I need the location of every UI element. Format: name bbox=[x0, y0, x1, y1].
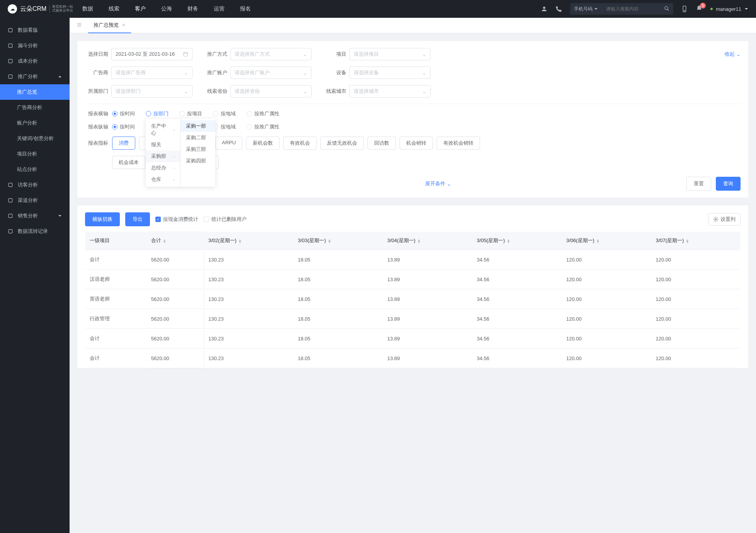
tab-promo-overview[interactable]: 推广总预览 ✕ bbox=[88, 18, 131, 33]
menu-toggle[interactable] bbox=[73, 22, 85, 29]
nav-item[interactable]: 线索 bbox=[109, 5, 119, 12]
checkbox-icon bbox=[155, 217, 161, 222]
account-select[interactable]: 请选择推广账户 ⌄ bbox=[230, 67, 312, 79]
cascader-item[interactable]: 仓库› bbox=[146, 174, 180, 185]
user-icon[interactable] bbox=[541, 5, 548, 12]
search-type-select[interactable]: 手机号码 bbox=[570, 6, 602, 12]
column-header[interactable]: 3/06(星期一)▲▼ bbox=[562, 232, 651, 250]
sidebar-sub-item[interactable]: 广告商分析 bbox=[0, 100, 70, 115]
main-content: 推广总预览 ✕ 选择日期 2021-03-02 至 2021-03-16 bbox=[70, 18, 756, 533]
column-header[interactable]: 一级项目 bbox=[85, 232, 146, 250]
city-select[interactable]: 请选择城市 ⌄ bbox=[349, 85, 431, 97]
export-button[interactable]: 导出 bbox=[125, 212, 150, 226]
column-header[interactable]: 合计▲▼ bbox=[146, 232, 204, 250]
metric-tag[interactable]: 有效机会销转 bbox=[437, 137, 480, 150]
table-cell: 120.00 bbox=[651, 309, 741, 329]
cascader-item[interactable]: 采购二部 bbox=[180, 132, 215, 144]
menu-item-icon bbox=[8, 74, 13, 79]
table-cell: 130.23 bbox=[204, 270, 293, 289]
sidebar-sub-item[interactable]: 项目分析 bbox=[0, 146, 70, 162]
phone-icon[interactable] bbox=[555, 5, 562, 12]
province-select[interactable]: 请选择省份 ⌄ bbox=[230, 85, 312, 97]
reset-button[interactable]: 重置 bbox=[686, 177, 711, 191]
nav-item[interactable]: 客户 bbox=[135, 5, 146, 12]
column-header[interactable]: 3/05(星期一)▲▼ bbox=[472, 232, 562, 250]
metric-tag[interactable]: 回访数 bbox=[368, 137, 396, 150]
radio-option[interactable]: 按时间 bbox=[112, 123, 135, 130]
close-icon[interactable]: ✕ bbox=[122, 22, 126, 28]
query-button[interactable]: 查询 bbox=[716, 177, 741, 191]
cash-stats-checkbox[interactable]: 按现金消费统计 bbox=[155, 216, 198, 223]
sidebar-item[interactable]: 推广分析 bbox=[0, 69, 70, 84]
sidebar-item[interactable]: 访客分析 bbox=[0, 177, 70, 193]
switch-axis-button[interactable]: 横纵切换 bbox=[85, 212, 120, 226]
sidebar-item[interactable]: 数据看版 bbox=[0, 22, 70, 38]
sidebar-item[interactable]: 数据流转记录 bbox=[0, 224, 70, 239]
radio-option[interactable]: 按推广属性 bbox=[247, 110, 279, 117]
dept-select[interactable]: 请选择部门 ⌄ bbox=[111, 85, 192, 97]
table-cell: 会计 bbox=[85, 250, 146, 270]
sidebar-item[interactable]: 销售分析 bbox=[0, 208, 70, 224]
table-row: 会计5620.00130.2318.0513.8934.56120.00120.… bbox=[85, 348, 741, 368]
nav-item[interactable]: 公海 bbox=[161, 5, 172, 12]
sort-icon: ▲▼ bbox=[163, 239, 167, 243]
metric-tag[interactable]: 新机会数 bbox=[246, 137, 279, 150]
logo[interactable]: ☁ 云朵CRM 教育机构一站 式服务云平台 bbox=[8, 4, 73, 14]
advertiser-select[interactable]: 请选择广告商 ⌄ bbox=[111, 67, 192, 79]
device-select[interactable]: 请选择设备 ⌄ bbox=[349, 67, 431, 79]
cascader-item[interactable]: 采购部› bbox=[146, 150, 180, 162]
cascader-item[interactable]: 采购一部 bbox=[180, 120, 215, 132]
column-header[interactable]: 3/07(星期一)▲▼ bbox=[651, 232, 741, 250]
cascader-item[interactable]: 采购三部 bbox=[180, 144, 215, 155]
cascader-item[interactable]: 采购四部 bbox=[180, 155, 215, 167]
method-select[interactable]: 请选择推广方式 ⌄ bbox=[230, 48, 312, 60]
table-row: 汉语老师5620.00130.2318.0513.8934.56120.0012… bbox=[85, 270, 741, 289]
column-header[interactable]: 3/03(星期一)▲▼ bbox=[293, 232, 383, 250]
nav-item[interactable]: 数据 bbox=[82, 5, 93, 12]
svg-rect-7 bbox=[9, 75, 12, 78]
project-select[interactable]: 请选择项目 ⌄ bbox=[349, 48, 431, 60]
metric-tag[interactable]: 有效机会 bbox=[283, 137, 317, 150]
cascader-item[interactable]: 报关 bbox=[146, 139, 180, 150]
sidebar-sub-item[interactable]: 账户分析 bbox=[0, 115, 70, 131]
radio-option[interactable]: 按地域 bbox=[213, 123, 236, 130]
collapse-filters[interactable]: 收起 ⌄ bbox=[725, 51, 741, 58]
metric-tag[interactable]: ARPU bbox=[215, 137, 242, 150]
expand-conditions[interactable]: 展开条件 ⌄ bbox=[425, 180, 451, 187]
nav-item[interactable]: 财务 bbox=[187, 5, 198, 12]
search-icon bbox=[664, 6, 669, 11]
notification-bell[interactable]: 5 bbox=[696, 5, 703, 13]
sidebar-sub-item[interactable]: 推广总览 bbox=[0, 84, 70, 100]
radio-option[interactable]: 按时间 bbox=[112, 110, 135, 117]
column-header[interactable]: 3/02(星期一)▲▼ bbox=[204, 232, 293, 250]
mobile-icon[interactable] bbox=[681, 5, 688, 12]
search-input[interactable] bbox=[602, 6, 660, 12]
nav-item[interactable]: 运营 bbox=[214, 5, 225, 12]
date-range-picker[interactable]: 2021-03-02 至 2021-03-16 bbox=[111, 48, 192, 60]
svg-rect-4 bbox=[9, 28, 12, 32]
metric-tag[interactable]: 消费 bbox=[112, 137, 135, 150]
sidebar-item[interactable]: 渠道分析 bbox=[0, 193, 70, 208]
nav-item[interactable]: 报名 bbox=[240, 5, 251, 12]
user-menu[interactable]: manager11 bbox=[710, 6, 748, 12]
radio-option[interactable]: 按项目 bbox=[179, 110, 202, 117]
sidebar-sub-item[interactable]: 关键词/创意分析 bbox=[0, 131, 70, 146]
sidebar-item[interactable]: 漏斗分析 bbox=[0, 38, 70, 53]
cascader-item[interactable]: 总经办› bbox=[146, 162, 180, 174]
metric-tag[interactable]: 反馈无效机会 bbox=[320, 137, 364, 150]
column-header[interactable]: 3/04(星期一)▲▼ bbox=[383, 232, 472, 250]
radio-option[interactable]: 按推广属性 bbox=[247, 123, 279, 130]
radio-icon bbox=[247, 111, 252, 116]
column-settings-button[interactable]: 设置列 bbox=[708, 213, 741, 226]
chevron-down-icon: ⌄ bbox=[184, 89, 188, 94]
metric-tag[interactable]: 机会销转 bbox=[400, 137, 433, 150]
radio-option[interactable]: 按地域 bbox=[213, 110, 236, 117]
sidebar-item[interactable]: 成本分析 bbox=[0, 53, 70, 69]
radio-option[interactable]: 按部门 bbox=[146, 110, 169, 117]
metric-tag[interactable]: 机会成本 bbox=[112, 156, 145, 169]
sidebar-sub-item[interactable]: 站点分析 bbox=[0, 162, 70, 177]
cascader-item[interactable]: 生产中心› bbox=[146, 120, 180, 139]
search-button[interactable] bbox=[660, 6, 673, 12]
deleted-stats-checkbox[interactable]: 统计已删除用户 bbox=[204, 216, 247, 223]
svg-rect-6 bbox=[9, 59, 12, 63]
